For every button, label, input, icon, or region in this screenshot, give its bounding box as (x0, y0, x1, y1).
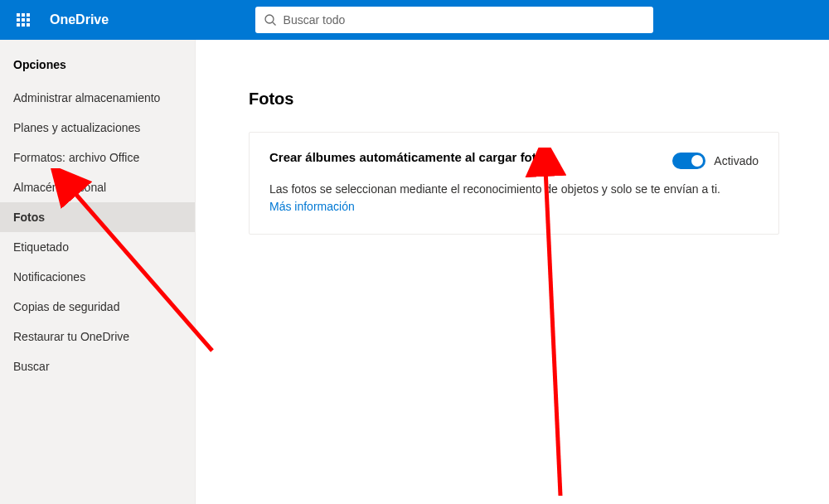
card-title: Crear álbumes automáticamente al cargar … (269, 149, 550, 166)
settings-card: Crear álbumes automáticamente al cargar … (249, 132, 779, 235)
svg-point-0 (265, 15, 274, 23)
search-icon (264, 13, 277, 27)
header-bar: OneDrive (0, 0, 829, 40)
main-content: Fotos Crear álbumes automáticamente al c… (196, 40, 829, 504)
card-description: Las fotos se seleccionan mediante el rec… (269, 181, 759, 216)
more-info-link[interactable]: Más información (269, 200, 355, 213)
search-wrap (119, 7, 822, 33)
sidebar-item-restaurar-tu-onedrive[interactable]: Restaurar tu OneDrive (0, 322, 195, 351)
sidebar-item-planes-y-actualizaciones[interactable]: Planes y actualizaciones (0, 113, 195, 143)
sidebar-item-fotos[interactable]: Fotos (0, 202, 195, 232)
svg-line-1 (273, 22, 276, 26)
app-launcher-button[interactable] (7, 3, 40, 36)
app-title: OneDrive (50, 12, 109, 27)
search-box[interactable] (255, 7, 653, 33)
sidebar-item-notificaciones[interactable]: Notificaciones (0, 262, 195, 292)
sidebar-item-etiquetado[interactable]: Etiquetado (0, 232, 195, 262)
sidebar-item-formatos-archivo-office[interactable]: Formatos: archivo Office (0, 143, 195, 172)
card-description-text: Las fotos se seleccionan mediante el rec… (269, 182, 720, 196)
sidebar-item-administrar-almacenamiento[interactable]: Administrar almacenamiento (0, 83, 195, 113)
waffle-icon (17, 13, 30, 27)
sidebar-item-copias-de-seguridad[interactable]: Copias de seguridad (0, 292, 195, 322)
sidebar-title: Opciones (0, 50, 195, 83)
sidebar: Opciones Administrar almacenamiento Plan… (0, 40, 196, 504)
toggle-knob (691, 155, 703, 167)
auto-albums-toggle[interactable] (672, 153, 705, 169)
search-input[interactable] (284, 13, 645, 27)
sidebar-item-buscar[interactable]: Buscar (0, 351, 195, 381)
section-title: Fotos (249, 90, 829, 109)
toggle-state-label: Activado (714, 154, 759, 167)
sidebar-item-almacen-personal[interactable]: Almacén personal (0, 172, 195, 202)
